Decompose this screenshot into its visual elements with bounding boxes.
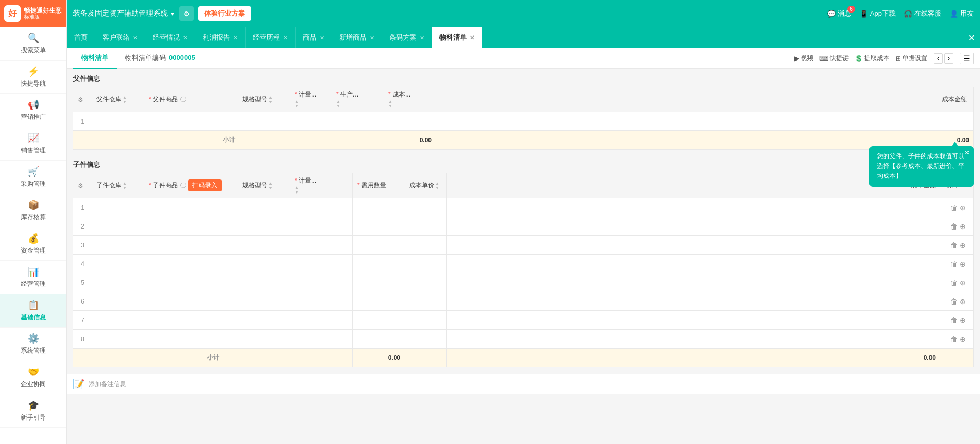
- child-warehouse-5[interactable]: [92, 292, 144, 311]
- child-measure-3[interactable]: [290, 255, 332, 273]
- child-cost-unit-6[interactable]: [405, 311, 447, 330]
- child-cost-unit-7[interactable]: [405, 330, 447, 349]
- child-measure-5[interactable]: [290, 292, 332, 311]
- parent-product-cell[interactable]: [144, 112, 238, 131]
- child-warehouse-3[interactable]: [92, 255, 144, 273]
- child-warehouse-4[interactable]: [92, 273, 144, 292]
- delete-icon-4[interactable]: 🗑: [950, 279, 958, 287]
- child-product-2[interactable]: [144, 236, 238, 255]
- nav-tab-5[interactable]: 商品✕: [296, 27, 332, 48]
- child-cost-unit-3[interactable]: [405, 255, 447, 273]
- child-settings-icon[interactable]: ⚙: [78, 182, 83, 189]
- online-service-button[interactable]: 🎧 在线客服: [904, 9, 941, 18]
- parent-cost-cell[interactable]: [384, 112, 436, 131]
- sidebar-item-9[interactable]: ⚙️ 系统管理: [0, 328, 66, 361]
- sidebar-item-1[interactable]: ⚡ 快捷导航: [0, 61, 66, 94]
- parent-warehouse-cell[interactable]: [92, 112, 144, 131]
- child-warehouse-1[interactable]: [92, 217, 144, 236]
- delete-icon-5[interactable]: 🗑: [950, 297, 958, 306]
- copy-icon-7[interactable]: ⊕: [960, 335, 966, 343]
- child-amount-7[interactable]: [447, 330, 942, 349]
- child-warehouse-6[interactable]: [92, 311, 144, 330]
- nav-tab-7[interactable]: 条码方案✕: [382, 27, 432, 48]
- child-spec-4[interactable]: [238, 273, 290, 292]
- app-download-button[interactable]: 📱 App下载: [860, 9, 896, 18]
- child-product-0[interactable]: [144, 198, 238, 217]
- child-needed-1[interactable]: [353, 217, 405, 236]
- delete-icon-1[interactable]: 🗑: [950, 222, 958, 231]
- child-amount-1[interactable]: [447, 217, 942, 236]
- delete-icon-0[interactable]: 🗑: [950, 203, 958, 212]
- child-cost-unit-5[interactable]: [405, 292, 447, 311]
- nav-tab-6[interactable]: 新增商品✕: [332, 27, 382, 48]
- child-product-5[interactable]: [144, 292, 238, 311]
- parent-spec-cell[interactable]: [238, 112, 290, 131]
- child-amount-5[interactable]: [447, 292, 942, 311]
- child-spec-5[interactable]: [238, 292, 290, 311]
- tab-material-code[interactable]: 物料清单编码 0000005: [117, 48, 204, 69]
- nav-tab-close-6[interactable]: ✕: [370, 34, 374, 41]
- system-dropdown-icon[interactable]: ▼: [170, 11, 175, 17]
- tab-material-list[interactable]: 物料清单: [73, 48, 117, 69]
- parent-measure-cell[interactable]: [290, 112, 332, 131]
- child-needed-3[interactable]: [353, 255, 405, 273]
- single-settings-action[interactable]: ⊞ 单据设置: [896, 54, 927, 63]
- child-measure-6[interactable]: [290, 311, 332, 330]
- nav-tab-close-8[interactable]: ✕: [470, 34, 474, 41]
- parent-amount-cell[interactable]: [457, 112, 974, 131]
- delete-icon-3[interactable]: 🗑: [950, 260, 958, 268]
- child-needed-4[interactable]: [353, 273, 405, 292]
- parent-production-cell[interactable]: [332, 112, 384, 131]
- child-needed-0[interactable]: [353, 198, 405, 217]
- child-warehouse-0[interactable]: [92, 198, 144, 217]
- nav-tab-close-1[interactable]: ✕: [133, 34, 138, 41]
- sidebar-item-6[interactable]: 💰 资金管理: [0, 227, 66, 261]
- parent-settings-icon[interactable]: ⚙: [78, 96, 83, 103]
- child-cost-unit-4[interactable]: [405, 273, 447, 292]
- sidebar-item-7[interactable]: 📊 经营管理: [0, 261, 66, 294]
- copy-icon-3[interactable]: ⊕: [960, 260, 966, 268]
- child-product-6[interactable]: [144, 311, 238, 330]
- child-product-7[interactable]: [144, 330, 238, 349]
- sidebar-item-8[interactable]: 📋 基础信息: [0, 294, 66, 328]
- extract-cost-action[interactable]: 💲 提取成本: [855, 54, 889, 63]
- child-measure-4[interactable]: [290, 273, 332, 292]
- sidebar-item-3[interactable]: 📈 销售管理: [0, 127, 66, 161]
- child-measure-1[interactable]: [290, 217, 332, 236]
- copy-icon-6[interactable]: ⊕: [960, 316, 966, 325]
- user-menu-button[interactable]: 👤 用友: [950, 9, 974, 18]
- nav-tab-8[interactable]: 物料清单✕: [432, 27, 482, 48]
- nav-tab-1[interactable]: 客户联络✕: [95, 27, 145, 48]
- trial-button[interactable]: 体验行业方案: [198, 6, 251, 21]
- header-settings-button[interactable]: ⚙: [179, 6, 194, 21]
- list-view-button[interactable]: ☰: [960, 53, 974, 64]
- child-spec-0[interactable]: [238, 198, 290, 217]
- child-warehouse-7[interactable]: [92, 330, 144, 349]
- child-product-4[interactable]: [144, 273, 238, 292]
- child-amount-6[interactable]: [447, 311, 942, 330]
- child-needed-7[interactable]: [353, 330, 405, 349]
- child-amount-2[interactable]: [447, 236, 942, 255]
- child-cost-unit-0[interactable]: [405, 198, 447, 217]
- child-needed-6[interactable]: [353, 311, 405, 330]
- child-needed-5[interactable]: [353, 292, 405, 311]
- sidebar-item-11[interactable]: 🎓 新手引导: [0, 394, 66, 428]
- nav-tab-0[interactable]: 首页: [67, 27, 95, 48]
- child-product-3[interactable]: [144, 255, 238, 273]
- child-needed-2[interactable]: [353, 236, 405, 255]
- sidebar-item-10[interactable]: 🤝 企业协同: [0, 361, 66, 394]
- copy-icon-4[interactable]: ⊕: [960, 279, 966, 287]
- child-measure-2[interactable]: [290, 236, 332, 255]
- close-all-tabs-button[interactable]: ✕: [963, 33, 980, 43]
- child-spec-2[interactable]: [238, 236, 290, 255]
- delete-icon-2[interactable]: 🗑: [950, 241, 958, 249]
- message-button[interactable]: 💬 消息 6: [827, 9, 851, 18]
- sidebar-item-4[interactable]: 🛒 采购管理: [0, 161, 66, 194]
- copy-icon-0[interactable]: ⊕: [960, 203, 966, 212]
- child-spec-7[interactable]: [238, 330, 290, 349]
- child-product-1[interactable]: [144, 217, 238, 236]
- child-spec-3[interactable]: [238, 255, 290, 273]
- nav-tab-3[interactable]: 利润报告✕: [195, 27, 246, 48]
- close-tooltip-button[interactable]: ✕: [964, 148, 970, 158]
- nav-tab-4[interactable]: 经营历程✕: [246, 27, 296, 48]
